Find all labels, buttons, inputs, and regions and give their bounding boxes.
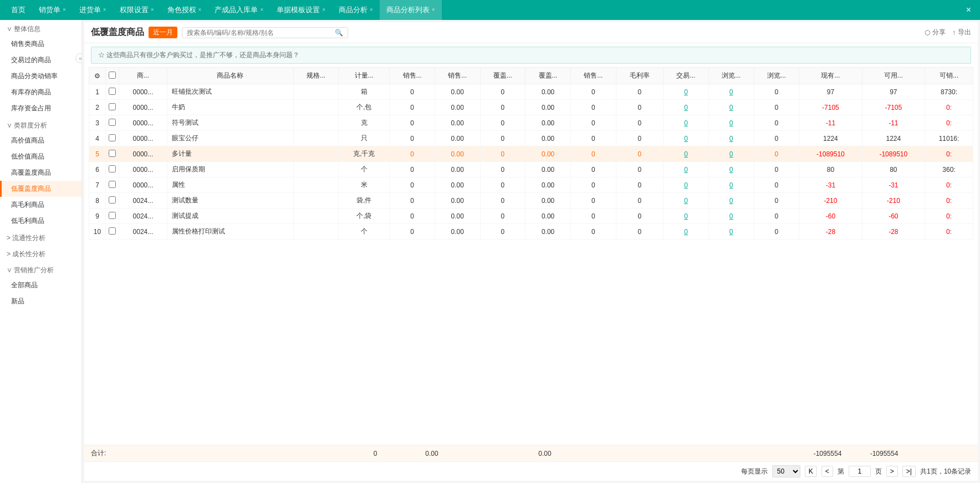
row-browse1[interactable]: 0 — [708, 209, 754, 224]
sidebar-section-flow[interactable]: > 流通性分析 — [0, 229, 81, 245]
col-checkbox[interactable] — [106, 68, 119, 84]
col-unit[interactable]: 计量... — [339, 68, 390, 84]
share-button[interactable]: ⬡ 分享 — [925, 28, 946, 37]
row-checkbox[interactable] — [106, 193, 119, 209]
row-sales-qty: 0 — [390, 146, 435, 162]
search-icon[interactable]: 🔍 — [335, 29, 343, 37]
next-page-button[interactable]: > — [886, 466, 898, 477]
sidebar-item-in-stock[interactable]: 有库存的商品 — [0, 84, 81, 100]
col-coverage1[interactable]: 覆盖... — [480, 68, 525, 84]
per-page-select[interactable]: 50 100 200 — [772, 465, 800, 477]
row-checkbox[interactable] — [106, 84, 119, 100]
sidebar-item-low-coverage[interactable]: 低覆盖度商品 — [0, 181, 81, 197]
col-settings[interactable]: ⚙ — [89, 68, 106, 84]
col-browse2[interactable]: 浏览... — [754, 68, 799, 84]
sidebar-section-marketing[interactable]: ∨ 营销推广分析 — [0, 261, 81, 277]
row-browse1[interactable]: 0 — [708, 224, 754, 240]
table-row: 7 0000... 属性 米 0 0.00 0 0.00 0 0 0 0 0 -… — [89, 177, 973, 193]
row-sales-qty: 0 — [390, 177, 435, 193]
row-sales-amt: 0.00 — [435, 193, 480, 209]
sidebar-item-category-turnover[interactable]: 商品分类动销率 — [0, 68, 81, 84]
row-checkbox[interactable] — [106, 131, 119, 146]
sidebar-item-high-coverage[interactable]: 高覆盖度商品 — [0, 165, 81, 181]
nav-home[interactable]: 首页 — [4, 0, 32, 20]
sidebar-item-traded-products[interactable]: 交易过的商品 — [0, 52, 81, 68]
row-checkbox[interactable] — [106, 177, 119, 193]
col-coverage2[interactable]: 覆盖... — [525, 68, 571, 84]
time-filter-button[interactable]: 近一月 — [149, 27, 177, 38]
close-icon[interactable]: × — [322, 0, 325, 20]
row-sellable: 0: — [925, 209, 973, 224]
col-code[interactable]: 商... — [119, 68, 167, 84]
nav-product-analysis-list[interactable]: 商品分析列表 × — [380, 0, 442, 20]
close-icon[interactable]: × — [370, 0, 373, 20]
select-all-checkbox[interactable] — [109, 72, 116, 79]
row-checkbox[interactable] — [106, 224, 119, 240]
nav-permission-settings[interactable]: 权限设置 × — [113, 0, 161, 20]
row-browse1[interactable]: 0 — [708, 100, 754, 115]
sidebar-item-sales-products[interactable]: 销售类商品 — [0, 36, 81, 52]
sidebar-section-growth[interactable]: > 成长性分析 — [0, 245, 81, 261]
table-wrapper[interactable]: ⚙ 商... 商品名称 规格... 计量... 销售... 销售... 覆盖..… — [84, 67, 978, 445]
row-browse1[interactable]: 0 — [708, 177, 754, 193]
sidebar-item-high-margin[interactable]: 高毛利商品 — [0, 197, 81, 213]
nav-finished-goods[interactable]: 产成品入库单 × — [208, 0, 270, 20]
last-page-button[interactable]: >| — [902, 466, 916, 477]
nav-purchase-order[interactable]: 进货单 × — [73, 0, 113, 20]
sidebar-item-high-value[interactable]: 高价值商品 — [0, 133, 81, 149]
row-coverage1: 0 — [480, 100, 525, 115]
sidebar-item-low-margin[interactable]: 低毛利商品 — [0, 213, 81, 229]
row-sales-amt: 0.00 — [435, 177, 480, 193]
col-sales-qty[interactable]: 销售... — [390, 68, 435, 84]
sidebar-collapse-button[interactable]: « — [75, 53, 82, 63]
row-browse1[interactable]: 0 — [708, 193, 754, 209]
total-coverage2: 0.00 — [517, 450, 573, 457]
row-checkbox[interactable] — [106, 146, 119, 162]
search-input[interactable] — [187, 29, 333, 37]
col-sellable[interactable]: 可销... — [925, 68, 973, 84]
window-close-button[interactable]: × — [962, 5, 976, 15]
sidebar-item-new-products[interactable]: 新品 — [0, 293, 81, 309]
first-page-button[interactable]: K — [805, 466, 817, 477]
row-trade: 0 — [663, 162, 709, 177]
nav-role-auth[interactable]: 角色授权 × — [161, 0, 208, 20]
row-browse1[interactable]: 0 — [708, 146, 754, 162]
row-checkbox[interactable] — [106, 100, 119, 115]
nav-product-analysis[interactable]: 商品分析 × — [332, 0, 380, 20]
row-browse1[interactable]: 0 — [708, 131, 754, 146]
sidebar-section-cluster[interactable]: ∨ 类群度分析 — [0, 116, 81, 133]
close-icon[interactable]: × — [63, 0, 66, 20]
col-gross-rate[interactable]: 毛利率 — [616, 68, 663, 84]
col-name[interactable]: 商品名称 — [167, 68, 293, 84]
row-checkbox[interactable] — [106, 115, 119, 131]
row-checkbox[interactable] — [106, 209, 119, 224]
row-browse1[interactable]: 0 — [708, 84, 754, 100]
sidebar-item-low-value[interactable]: 低价值商品 — [0, 149, 81, 165]
col-browse1[interactable]: 浏览... — [708, 68, 754, 84]
table-row: 9 0024... 测试提成 个,袋 0 0.00 0 0.00 0 0 0 0… — [89, 209, 973, 224]
page-number-input[interactable] — [849, 466, 871, 477]
nav-sales-order[interactable]: 销货单 × — [32, 0, 73, 20]
prev-page-button[interactable]: < — [821, 466, 833, 477]
close-icon[interactable]: × — [260, 0, 263, 20]
row-browse1[interactable]: 0 — [708, 162, 754, 177]
sidebar-section-overall[interactable]: ∨ 整体信息 — [0, 20, 81, 36]
col-spec[interactable]: 规格... — [293, 68, 339, 84]
close-icon[interactable]: × — [432, 0, 435, 20]
close-icon[interactable]: × — [103, 0, 106, 20]
row-browse1[interactable]: 0 — [708, 115, 754, 131]
col-trade[interactable]: 交易... — [663, 68, 709, 84]
row-coverage1: 0 — [480, 193, 525, 209]
close-icon[interactable]: × — [151, 0, 154, 20]
col-current-stock[interactable]: 现有... — [799, 68, 862, 84]
export-button[interactable]: ↑ 导出 — [952, 28, 971, 37]
row-checkbox[interactable] — [106, 162, 119, 177]
close-icon[interactable]: × — [198, 0, 202, 20]
nav-template-settings[interactable]: 单据模板设置 × — [270, 0, 332, 20]
row-unit: 个 — [339, 224, 390, 240]
col-usable[interactable]: 可用... — [862, 68, 925, 84]
col-sales-amt[interactable]: 销售... — [435, 68, 480, 84]
sidebar-item-inventory-capital[interactable]: 库存资金占用 — [0, 100, 81, 116]
sidebar-item-all-products[interactable]: 全部商品 — [0, 277, 81, 293]
col-sales-count[interactable]: 销售... — [570, 68, 616, 84]
